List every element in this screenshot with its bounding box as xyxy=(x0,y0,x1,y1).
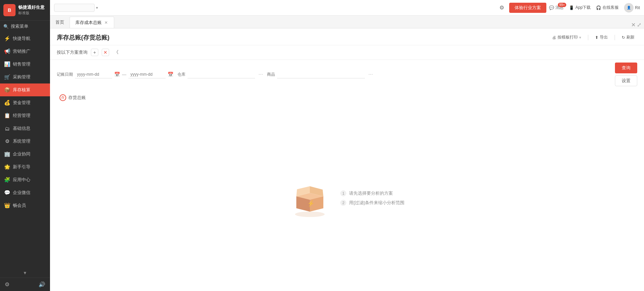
breadcrumb-input[interactable] xyxy=(54,4,95,12)
newbie-icon: 🌟 xyxy=(4,164,10,170)
sidebar-item-label: 销售管理 xyxy=(13,61,30,67)
wechat-icon: 💬 xyxy=(4,190,10,196)
filter-collapse-btn[interactable]: 《 xyxy=(113,49,120,56)
svg-text:⚡: ⚡ xyxy=(307,200,315,207)
date-dash: — xyxy=(122,72,126,77)
sales-icon: 📊 xyxy=(4,61,10,67)
sidebar-item-label: 企业微信 xyxy=(13,190,30,196)
sidebar-item-sales[interactable]: 📊 销售管理 xyxy=(0,58,50,71)
empty-svg: ⚡ xyxy=(290,178,330,218)
purchase-icon: 🛒 xyxy=(4,74,10,80)
tab-home[interactable]: 首页 xyxy=(50,17,70,28)
empty-state: ⚡ 1 请先选择要分析的方案 2 用[过滤]条件来缩小分析范围 xyxy=(50,105,644,291)
breadcrumb: ▾ xyxy=(54,4,494,12)
tab-inventory-cost[interactable]: 库存成本总账 ✕ xyxy=(70,17,114,28)
tab-close-all-icon[interactable]: ✕ xyxy=(631,22,636,28)
app-download-btn[interactable]: 📱 App下载 xyxy=(569,5,591,10)
sidebar-item-system[interactable]: ⚙ 系统管理 xyxy=(0,135,50,148)
tab-close-icon[interactable]: ✕ xyxy=(104,20,108,25)
sidebar-item-marketing[interactable]: 📢 营销推广 xyxy=(0,45,50,58)
sidebar-item-label: 库存核算 xyxy=(13,87,30,93)
industry-btn[interactable]: 体验行业方案 xyxy=(509,3,546,13)
filter-clear-btn[interactable]: ✕ xyxy=(102,49,109,56)
date-start-input[interactable] xyxy=(75,71,112,78)
scheme-icon: 存 xyxy=(59,94,66,101)
headset-icon: 🎧 xyxy=(596,5,601,10)
sidebar-item-label: 应用中心 xyxy=(13,177,30,183)
query-btn[interactable]: 查询 xyxy=(615,63,637,73)
scheme-list: 存 存货总账 xyxy=(50,90,644,105)
finance-icon: 💰 xyxy=(4,100,10,106)
date-end-input[interactable] xyxy=(128,71,166,78)
sidebar-item-label: 基础信息 xyxy=(13,125,30,131)
calendar-start-icon[interactable]: 📅 xyxy=(114,72,120,77)
sidebar-scroll-down[interactable]: ▼ xyxy=(0,268,50,277)
filter-label: 按以下方案查询 xyxy=(57,49,88,55)
chevron-down-icon: ▾ xyxy=(96,5,98,10)
printer-icon: 🖨 xyxy=(552,35,556,40)
filter-add-btn[interactable]: + xyxy=(91,49,98,56)
calendar-end-icon[interactable]: 📅 xyxy=(168,72,173,77)
topbar-gear-icon[interactable]: ⚙ xyxy=(497,3,506,13)
sidebar-item-inventory[interactable]: 📦 库存核算 xyxy=(0,83,50,96)
scheme-item-inventory-ledger[interactable]: 存 存货总账 xyxy=(57,92,637,103)
sidebar-item-purchase[interactable]: 🛒 采购管理 xyxy=(0,71,50,83)
warehouse-label: 仓库 xyxy=(177,72,185,77)
enterprise-icon: 🏢 xyxy=(4,151,10,157)
sidebar-item-basic-info[interactable]: 🗂 基础信息 xyxy=(0,122,50,135)
sidebar-search-label: 搜索菜单 xyxy=(11,23,28,29)
app-center-icon: 🧩 xyxy=(4,177,10,183)
warehouse-select[interactable] xyxy=(188,71,255,78)
export-icon: ⬆ xyxy=(595,35,598,40)
sidebar-item-app-center[interactable]: 🧩 应用中心 xyxy=(0,173,50,186)
refresh-btn[interactable]: ↻ 刷新 xyxy=(619,33,637,42)
sidebar-item-wechat[interactable]: 💬 企业微信 xyxy=(0,186,50,199)
audio-icon[interactable]: 🔊 xyxy=(39,281,45,288)
sidebar-search[interactable]: 🔍 搜索菜单 xyxy=(0,21,50,32)
filter-bar: 按以下方案查询 + ✕ 《 xyxy=(50,45,644,60)
edition-label: 标准版 xyxy=(18,10,45,15)
topbar: ▾ ⚙ 体验行业方案 💬 消息 99+ 📱 App下载 🎧 在线客服 👤 xyxy=(50,0,644,16)
settings-icon[interactable]: ⚙ xyxy=(5,281,9,288)
tip-num-2: 2 xyxy=(340,200,346,206)
sidebar-item-operation[interactable]: 📋 经营管理 xyxy=(0,109,50,122)
user-avatar-area[interactable]: 👤 Rit xyxy=(624,3,640,13)
tab-inventory-cost-label: 库存成本总账 xyxy=(75,20,102,26)
sidebar-logo: B 畅捷通好生意 标准版 xyxy=(0,0,50,21)
message-btn[interactable]: 💬 消息 99+ xyxy=(549,5,564,10)
page-header: 库存总账(存货总账) 🖨 按模板打印 ▾ ⬆ 导出 ↻ 刷新 xyxy=(50,28,644,45)
sidebar-item-finance[interactable]: 💰 资金管理 xyxy=(0,96,50,109)
filter-row: 记账日期 📅 — 📅 仓库 ··· 商品 ··· 查询 设置 xyxy=(50,60,644,90)
app-download-label: App下载 xyxy=(575,5,591,10)
operation-icon: 📋 xyxy=(4,113,10,119)
sidebar-item-newbie[interactable]: 🌟 新手引导 xyxy=(0,161,50,173)
brand-name: 畅捷通好生意 xyxy=(18,5,45,10)
scheme-item-label: 存货总账 xyxy=(68,95,86,101)
empty-tip-1: 1 请先选择要分析的方案 xyxy=(340,190,404,196)
sidebar-item-label: 畅会员 xyxy=(13,202,26,209)
online-service-btn[interactable]: 🎧 在线客服 xyxy=(596,5,619,10)
sidebar-item-quick-nav[interactable]: ⚡ 快捷导航 xyxy=(0,32,50,45)
chevron-down-icon: ▾ xyxy=(579,35,581,40)
sidebar-item-label: 新手引导 xyxy=(13,164,30,170)
empty-illustration: ⚡ xyxy=(290,178,330,218)
export-btn[interactable]: ⬆ 导出 xyxy=(592,33,611,42)
set-btn[interactable]: 设置 xyxy=(615,75,637,86)
system-icon: ⚙ xyxy=(4,138,10,144)
export-label: 导出 xyxy=(600,34,608,40)
topbar-right: 💬 消息 99+ 📱 App下载 🎧 在线客服 👤 Rit xyxy=(549,3,640,13)
username-label: Rit xyxy=(635,5,640,10)
refresh-label: 刷新 xyxy=(626,34,635,40)
tip-text-2: 用[过滤]条件来缩小分析范围 xyxy=(349,200,404,206)
tip-num-1: 1 xyxy=(340,190,346,196)
svg-point-0 xyxy=(295,212,325,217)
print-btn[interactable]: 🖨 按模板打印 ▾ xyxy=(549,33,584,42)
tab-expand-icon[interactable]: ⤢ xyxy=(637,22,641,28)
warehouse-more-icon[interactable]: ··· xyxy=(258,71,263,77)
sidebar-item-enterprise[interactable]: 🏢 企业协同 xyxy=(0,148,50,161)
sidebar-item-member[interactable]: 👑 畅会员 xyxy=(0,199,50,212)
goods-select[interactable] xyxy=(277,71,365,78)
empty-tip-2: 2 用[过滤]条件来缩小分析范围 xyxy=(340,200,404,206)
page-content: 库存总账(存货总账) 🖨 按模板打印 ▾ ⬆ 导出 ↻ 刷新 xyxy=(50,28,644,291)
goods-more-icon[interactable]: ··· xyxy=(368,71,373,77)
